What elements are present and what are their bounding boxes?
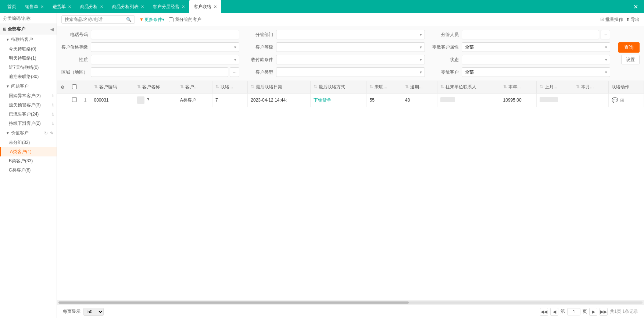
col-this-year[interactable]: ⇅本年...	[500, 81, 536, 93]
sidebar-search-input[interactable]	[3, 16, 57, 21]
page-size-select[interactable]: 50 100	[83, 308, 104, 316]
sort-icon: ⇅	[503, 84, 507, 89]
phone-input[interactable]	[91, 30, 239, 39]
sidebar-item-churn-warning[interactable]: 流失预警客户(3) ℹ	[0, 100, 57, 110]
filter-customer-type: 客户类型	[247, 67, 425, 77]
sidebar-item-overdue-contact[interactable]: 逾期未联络(30)	[0, 72, 57, 81]
group-value-customers[interactable]: ▼ 价值客户 ↻ ✎	[0, 128, 57, 138]
nav-customer-tier[interactable]: 客户分层经营 ✕	[149, 0, 189, 13]
close-all-tabs[interactable]: ✕	[630, 3, 641, 10]
sidebar-item-declining[interactable]: 持续下滑客户(2) ℹ	[0, 119, 57, 128]
col-customer-code[interactable]: ⇅客户编码	[91, 81, 134, 93]
col-customer-type[interactable]: ⇅客户...	[177, 81, 212, 93]
sidebar-item-class-c[interactable]: C类客户(6)	[0, 166, 57, 175]
filter-phone: 电话号码	[61, 30, 239, 39]
group-problem-customers[interactable]: ▼ 问题客户	[0, 81, 57, 91]
nav-purchase[interactable]: 进货单 ✕	[48, 0, 76, 13]
qr-icon[interactable]: ⊞	[620, 97, 625, 103]
edit-icon[interactable]: ✎	[50, 131, 54, 136]
contact-method-link[interactable]: 下销货单	[314, 98, 331, 103]
horizontal-scrollbar[interactable]	[57, 300, 644, 305]
main-search-icon[interactable]: 🔍	[126, 17, 132, 22]
sidebar-item-class-b[interactable]: B类客户(33)	[0, 156, 57, 166]
dept-select-wrapper	[276, 30, 425, 39]
region-more-btn[interactable]: ···	[230, 67, 239, 77]
dept-select[interactable]	[276, 30, 425, 39]
row-checkbox[interactable]	[72, 97, 77, 102]
bulk-action-link[interactable]: ☑ 批量操作	[600, 17, 623, 23]
col-last-contact-date[interactable]: ⇅最后联络日期	[248, 81, 311, 93]
nav-close-sales[interactable]: ✕	[40, 4, 44, 9]
person-input[interactable]	[462, 30, 599, 39]
customer-type-select[interactable]	[276, 67, 425, 77]
nav-home[interactable]: 首页	[3, 0, 21, 13]
more-filter-btn[interactable]: ▼ 更多条件 ▾	[139, 17, 164, 23]
sidebar-item-7days-contact[interactable]: 近7天待联络(0)	[0, 63, 57, 72]
col-settings[interactable]: ⚙	[57, 81, 69, 93]
filter-bar: 🔍 ▼ 更多条件 ▾ 我分管的客户 ☑ 批量操作 ⬆ 导出	[57, 13, 644, 26]
sidebar-collapse-btn[interactable]: ◀	[50, 27, 54, 32]
sort-icon: ⇅	[540, 84, 543, 89]
my-customer-checkbox[interactable]	[169, 17, 173, 22]
nav-analysis-list[interactable]: 商品分析列表 ✕	[108, 0, 149, 13]
nature-label: 性质	[61, 57, 91, 63]
nav-close-purchase[interactable]: ✕	[68, 4, 71, 9]
col-seq	[80, 81, 91, 93]
prev-page-btn[interactable]: ◀	[550, 308, 558, 316]
last-page-btn[interactable]: ▶▶	[600, 308, 608, 316]
sidebar-item-repurchase-abnormal[interactable]: 回购异常客户(2) ℹ	[0, 91, 57, 100]
chat-icon[interactable]: 💬	[612, 97, 618, 103]
page-number-input[interactable]	[567, 308, 580, 315]
sidebar-item-churned[interactable]: 已流失客户(24) ℹ	[0, 110, 57, 119]
sort-icon: ⇅	[137, 84, 141, 89]
col-contact-count[interactable]: ⇅联络...	[212, 81, 247, 93]
col-customer-name[interactable]: ⇅客户名称	[134, 81, 177, 93]
first-page-btn[interactable]: ◀◀	[540, 308, 548, 316]
nav-close-analysis[interactable]: ✕	[100, 4, 103, 9]
filter-customer-level: 客户等级	[247, 42, 425, 52]
sidebar-item-unclassified[interactable]: 未分组(32)	[0, 138, 57, 147]
nav-close-customer-contact[interactable]: ✕	[214, 4, 217, 9]
price-level-select[interactable]	[91, 42, 239, 52]
sidebar-item-tomorrow-contact[interactable]: 明天待联络(1)	[0, 54, 57, 63]
group-waiting-contact[interactable]: ▼ 待联络客户	[0, 35, 57, 45]
customer-level-select[interactable]	[276, 42, 425, 52]
status-label: 状态	[432, 57, 462, 63]
price-level-wrapper	[91, 42, 239, 52]
col-not-contacted[interactable]: ⇅未联...	[366, 81, 402, 93]
export-link[interactable]: ⬆ 导出	[626, 17, 640, 23]
page-info: ◀◀ ◀ 第 页 ▶ ▶▶ 共1页 1条记录	[540, 308, 638, 316]
sidebar-item-class-a[interactable]: A类客户(1)	[0, 147, 57, 156]
info-icon: ℹ	[52, 121, 54, 126]
col-this-month[interactable]: ⇅本月...	[573, 81, 608, 93]
row-last-contact-method: 下销货单	[310, 93, 366, 107]
col-last-contact-method[interactable]: ⇅最后联络方式	[310, 81, 366, 93]
scrollbar-thumb[interactable]	[58, 301, 409, 304]
status-select[interactable]	[462, 55, 610, 64]
settings-button[interactable]: 设置	[621, 55, 640, 64]
payment-select[interactable]	[276, 55, 425, 64]
nav-analysis[interactable]: 商品分析 ✕	[76, 0, 108, 13]
retail-customer-select[interactable]: 全部	[462, 67, 610, 77]
scrollbar-track[interactable]	[58, 301, 643, 304]
nav-close-analysis-list[interactable]: ✕	[141, 4, 144, 9]
main-search-input[interactable]	[65, 17, 126, 22]
region-input[interactable]	[91, 67, 228, 77]
retail-attr-select[interactable]: 全部	[462, 42, 610, 52]
refresh-icon[interactable]: ↻	[44, 131, 48, 136]
person-more-btn[interactable]: ···	[601, 30, 610, 39]
select-all-checkbox[interactable]	[72, 84, 77, 89]
bulk-action-icon: ☑	[600, 17, 604, 22]
nav-close-customer-tier[interactable]: ✕	[182, 4, 185, 9]
next-page-btn[interactable]: ▶	[589, 308, 597, 316]
row-number: 1	[80, 93, 91, 107]
nav-sales[interactable]: 销售单 ✕	[21, 0, 48, 13]
nav-customer-contact[interactable]: 客户联络 ✕	[189, 0, 221, 13]
col-overdue[interactable]: ⇅逾期...	[402, 81, 437, 93]
query-button[interactable]: 查询	[618, 42, 640, 53]
col-last-month[interactable]: ⇅上月...	[536, 81, 573, 93]
filter-retail-customer: 零散客户 全部	[432, 67, 610, 77]
col-company-contact[interactable]: ⇅往来单位联系人	[437, 81, 500, 93]
sidebar-item-today-contact[interactable]: 今天待联络(0)	[0, 45, 57, 54]
nature-select[interactable]	[91, 55, 239, 64]
